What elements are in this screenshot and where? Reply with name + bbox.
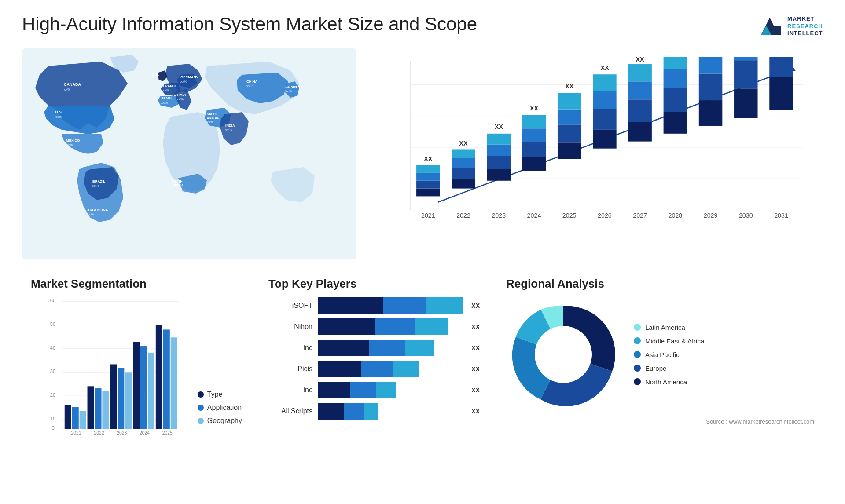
svg-rect-137 <box>163 329 170 429</box>
svg-rect-52 <box>452 158 475 168</box>
player-value-inc2: XX <box>471 387 480 394</box>
svg-text:2024: 2024 <box>140 431 150 435</box>
svg-text:xx%: xx% <box>87 212 94 216</box>
bar-2027: XX 2027 <box>628 57 651 219</box>
bar-2023: XX 2023 <box>487 123 511 219</box>
legend-me-label: Middle East & Africa <box>645 337 704 345</box>
svg-rect-124 <box>88 386 94 429</box>
legend-middle-east: Middle East & Africa <box>634 337 704 345</box>
svg-text:2023: 2023 <box>492 212 506 219</box>
svg-rect-71 <box>558 93 581 110</box>
legend-eu-label: Europe <box>645 365 666 372</box>
bar-2031: XX 2031 <box>769 57 793 219</box>
legend-me-dot <box>634 337 641 344</box>
svg-text:xx%: xx% <box>172 187 178 191</box>
logo-container: MARKET RESEARCH INTELLECT <box>757 13 823 40</box>
svg-rect-98 <box>734 60 757 88</box>
svg-rect-70 <box>558 110 581 125</box>
svg-rect-50 <box>452 179 475 188</box>
svg-rect-132 <box>133 342 140 429</box>
svg-text:ARGENTINA: ARGENTINA <box>87 208 108 212</box>
donut-chart <box>506 297 621 412</box>
svg-text:20: 20 <box>50 392 56 398</box>
svg-rect-76 <box>593 91 616 109</box>
player-bar-allscripts <box>318 403 463 420</box>
svg-text:xx%: xx% <box>207 120 213 124</box>
legend-north-america: North America <box>634 378 704 386</box>
bar-2028: XX 2028 <box>664 57 687 219</box>
svg-text:40: 40 <box>50 345 56 351</box>
map-container: CANADA xx% U.S. xx% MEXICO xx% BRAZIL xx… <box>22 48 356 259</box>
svg-rect-97 <box>734 88 757 118</box>
svg-text:xx%: xx% <box>161 101 168 105</box>
svg-text:SOUTH: SOUTH <box>172 180 183 183</box>
legend-ap-label: Asia Pacific <box>645 351 680 358</box>
svg-text:XX: XX <box>530 105 539 112</box>
svg-rect-75 <box>593 109 616 130</box>
top-section: CANADA xx% U.S. xx% MEXICO xx% BRAZIL xx… <box>22 48 823 259</box>
bar-2022: XX 2022 <box>452 140 475 219</box>
svg-text:50: 50 <box>50 321 56 327</box>
svg-rect-125 <box>95 388 101 429</box>
svg-text:xx%: xx% <box>285 89 292 93</box>
player-name-allscripts: All Scripts <box>268 407 312 415</box>
player-bar-picis <box>318 361 463 377</box>
svg-rect-51 <box>452 168 475 179</box>
bottom-section: Market Segmentation 60 50 40 30 20 10 0 <box>22 273 823 488</box>
svg-rect-45 <box>416 181 440 189</box>
bar-2021: XX 2021 <box>416 155 440 219</box>
svg-rect-65 <box>522 115 546 128</box>
bar-2025: XX 2025 <box>558 83 581 219</box>
player-bar-isoft <box>318 297 463 314</box>
bar-2030: XX 2030 <box>734 57 757 219</box>
bar-2029: XX 2029 <box>699 57 722 219</box>
svg-rect-102 <box>769 77 793 110</box>
svg-rect-93 <box>699 73 722 100</box>
legend-eu-dot <box>634 365 641 372</box>
player-bar-inc1 <box>318 340 463 356</box>
player-value-allscripts: XX <box>471 408 480 415</box>
legend-type-label: Type <box>207 391 223 398</box>
svg-text:XX: XX <box>424 155 433 162</box>
svg-rect-58 <box>487 145 511 156</box>
svg-text:xx%: xx% <box>177 97 184 101</box>
svg-text:10: 10 <box>50 416 56 421</box>
svg-text:xx%: xx% <box>64 88 70 91</box>
source-text: Source : www.marketresearchintellect.com <box>506 418 814 425</box>
svg-rect-46 <box>416 173 440 181</box>
page-container: High-Acuity Information System Market Si… <box>0 0 845 504</box>
donut-area: Latin America Middle East & Africa Asia … <box>506 297 814 412</box>
legend-latin-dot <box>634 324 641 331</box>
svg-rect-126 <box>102 391 109 429</box>
svg-text:CANADA: CANADA <box>64 82 81 87</box>
svg-rect-82 <box>628 81 651 99</box>
legend-app-label: Application <box>207 404 242 412</box>
svg-text:XX: XX <box>636 57 645 63</box>
svg-text:MEXICO: MEXICO <box>66 139 80 142</box>
player-row-nihon: Nihon XX <box>268 318 480 335</box>
svg-rect-138 <box>171 337 177 429</box>
legend-geo-dot <box>198 418 204 424</box>
svg-rect-59 <box>487 134 511 145</box>
svg-text:2025: 2025 <box>562 212 577 219</box>
svg-text:BRAZIL: BRAZIL <box>92 179 105 183</box>
svg-rect-86 <box>664 112 687 134</box>
svg-text:ITALY: ITALY <box>177 93 187 97</box>
svg-text:ARABIA: ARABIA <box>207 117 219 120</box>
svg-text:xx%: xx% <box>152 77 159 81</box>
svg-text:INDIA: INDIA <box>225 124 235 128</box>
svg-text:U.S.: U.S. <box>55 110 63 114</box>
svg-rect-80 <box>628 122 651 142</box>
svg-text:xx%: xx% <box>66 143 73 147</box>
svg-rect-57 <box>487 156 511 169</box>
svg-rect-64 <box>522 128 546 142</box>
svg-rect-83 <box>628 64 651 81</box>
player-value-isoft: XX <box>471 302 480 309</box>
player-name-picis: Picis <box>268 365 312 373</box>
svg-rect-81 <box>628 99 651 122</box>
bar-2026: XX 2026 <box>593 64 616 219</box>
svg-rect-63 <box>522 142 546 157</box>
svg-text:xx%: xx% <box>55 115 62 119</box>
world-map: CANADA xx% U.S. xx% MEXICO xx% BRAZIL xx… <box>22 48 356 259</box>
svg-text:xx%: xx% <box>225 128 232 132</box>
